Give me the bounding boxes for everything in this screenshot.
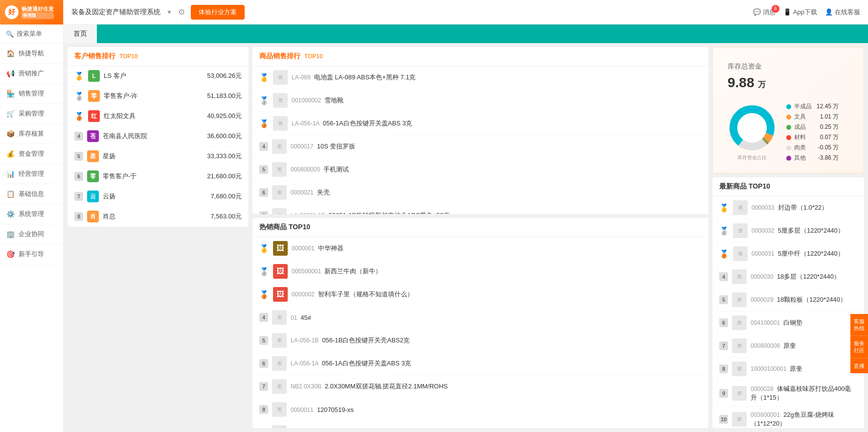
logo-icon: 好	[5, 5, 19, 19]
hot-product-code: NB2.0X30B	[291, 383, 323, 390]
hot-products-list: 🥇 🖼 0000001 中华神器 🥈 🖼 000500001 新西兰牛肉（新牛）…	[252, 237, 708, 428]
sidebar-item-system[interactable]: ⚙️ 系统管理	[0, 204, 63, 224]
rank-number: 6	[259, 359, 268, 368]
customer-avatar: 肖	[87, 211, 99, 222]
legend-left: 成品	[786, 123, 814, 131]
marketing-icon: 📢	[6, 69, 15, 78]
message-badge: 6	[772, 5, 779, 13]
hot-product-info: 0000002 智利车子里（规格不知道填什么）	[292, 290, 702, 299]
rank-number: 5	[719, 295, 728, 304]
mobile-icon: 📱	[783, 8, 791, 16]
legend-dot	[786, 115, 791, 120]
new-product-item: 🥇 图 0000033 封边带（1.0*22）	[712, 196, 864, 219]
tab-home[interactable]: 首页	[64, 24, 97, 43]
new-product-item: 9 图 0000028 体碱嘉枝味苏打饮品400毫升（1*15）	[712, 381, 864, 407]
new-product-code: 0000031	[752, 250, 776, 257]
new-product-info: 0000029 18颗粒板（1220*2440）	[751, 295, 857, 304]
svg-point-5	[737, 113, 767, 143]
new-product-info: 0000028 体碱嘉枝味苏打饮品400毫升（1*15）	[751, 384, 857, 402]
new-products-header: 最新商品 TOP10	[712, 177, 864, 196]
customer-value: 7,563.00元	[210, 212, 242, 221]
rank-number: 7	[719, 341, 728, 350]
product-thumb: 图	[272, 139, 287, 154]
topbar-right: 💬 消息 6 📱 App下载 👤 在线客服	[753, 8, 860, 17]
sidebar-item-basic[interactable]: 📋 基础信息	[0, 184, 63, 204]
search-label: 搜索菜单	[17, 29, 42, 38]
legend-left: 肉类	[786, 144, 814, 152]
online-service-btn[interactable]: 👤 在线客服	[825, 8, 860, 17]
sidebar-item-quick-nav[interactable]: 🏠 快捷导航	[0, 44, 63, 64]
hot-product-item: 🥈 🖼 000500001 新西兰牛肉（新牛）	[252, 260, 708, 283]
customer-value: 33,333.00元	[207, 152, 242, 161]
hot-product-info: 0000001 中华神器	[292, 244, 702, 253]
product-rank-item: 4 图 0000017 10S 变扭罗扳	[252, 135, 708, 158]
product-thumb: 图	[272, 185, 287, 200]
new-product-name: 5厘多层（1220*2440）	[778, 227, 844, 234]
customer-avatar: 星	[87, 150, 99, 162]
legend-value: 0.25 万	[820, 123, 839, 131]
legend-dot	[786, 145, 791, 150]
rank-number: 7	[74, 192, 83, 201]
new-product-code: 0000032	[752, 227, 776, 234]
corp-icon: 🏢	[6, 230, 15, 239]
sidebar-item-marketing[interactable]: 📢 营销推广	[0, 64, 63, 84]
hot-product-code: LA-056-1A	[291, 360, 320, 367]
customer-rank-item: 4 苍 苍南县人民医院 36,600.00元	[68, 126, 249, 146]
sidebar-item-operation[interactable]: 📊 经营管理	[0, 164, 63, 184]
product-info: LA-056-1A 056-1A白色按键开关盖ABS 3克	[292, 119, 702, 128]
customer-rank-item: 8 肖 肖总 7,563.00元	[68, 207, 249, 227]
float-btn-live[interactable]: 直播	[850, 359, 868, 373]
page-tabs: 首页	[64, 24, 868, 43]
hot-product-thumb: 图	[272, 356, 287, 371]
sidebar-item-sales[interactable]: 🏪 销售管理	[0, 84, 63, 104]
rank-number: 7	[259, 382, 268, 391]
sidebar-item-finance[interactable]: 💰 资金管理	[0, 144, 63, 164]
right-column: 库存总资金 9.88 万	[712, 47, 864, 428]
hot-product-name: 智利车子里（规格不知道填什么）	[318, 290, 413, 298]
legend-value: 1.01 万	[820, 113, 839, 121]
legend-left: 材料	[786, 133, 814, 142]
new-product-thumb: 图	[732, 315, 747, 330]
trial-button[interactable]: 体验行业方案	[191, 5, 245, 20]
dropdown-icon[interactable]: ▼	[166, 9, 172, 16]
new-product-info: 0000030 18多层（1220*2440）	[751, 272, 857, 281]
legend-value: -0.05 万	[818, 144, 839, 152]
product-code: 001000002	[292, 97, 322, 104]
product-rank-item: 🥇 图 LA-089 电池盖 LA-089 ABS本色+黑种 7.1克	[252, 66, 708, 89]
new-product-code: 0000029	[751, 296, 775, 303]
new-products-card: 最新商品 TOP10 🥇 图 0000033 封边带（1.0*22） 🥈 图 0…	[712, 177, 864, 428]
new-product-thumb: 图	[733, 223, 748, 238]
float-btn-community[interactable]: 服务社区	[850, 336, 868, 359]
product-thumb: 图	[273, 116, 288, 131]
product-rank-item: 5 图 000800005 手机测试	[252, 158, 708, 181]
search-menu[interactable]: 🔍 搜索菜单	[0, 24, 63, 44]
sidebar-item-purchase[interactable]: 🛒 采购管理	[0, 104, 63, 124]
new-product-name: 白钢垫	[783, 319, 802, 326]
new-product-name: 18多层（1220*2440）	[777, 273, 840, 280]
product-thumb: 图	[273, 93, 288, 108]
float-btn-service[interactable]: 客服热线	[850, 314, 868, 336]
product-name: 电池盖 LA-089 ABS本色+黑种 7.1克	[314, 73, 416, 81]
sidebar-item-corp[interactable]: 🏢 企业协同	[0, 224, 63, 244]
message-btn[interactable]: 💬 消息 6	[753, 8, 776, 17]
hot-product-thumb: 图	[272, 425, 287, 428]
hot-product-name: 056-1A白色按键开关盖ABS 3克	[322, 360, 411, 367]
product-ranking-list: 🥇 图 LA-089 电池盖 LA-089 ABS本色+黑种 7.1克 🥈 图 …	[252, 66, 708, 214]
legend-name: 肉类	[794, 144, 814, 152]
customer-value: 21,680.00元	[207, 172, 242, 181]
product-rank-item: 🥈 图 001000002 雪地靴	[252, 89, 708, 112]
new-product-code: 0000028	[751, 385, 775, 392]
product-rank-item: 7 图 LA-59651-1B 59651-1B旋转投影灯电池盒ABS黑色+58…	[252, 204, 708, 214]
home-icon: 🏠	[6, 49, 15, 58]
new-products-list: 🥇 图 0000033 封边带（1.0*22） 🥈 图 0000032 5厘多层…	[712, 196, 864, 428]
sidebar-item-guide[interactable]: 🎯 新手引导	[0, 244, 63, 264]
settings-icon[interactable]: ⚙	[178, 7, 185, 17]
app-download-btn[interactable]: 📱 App下载	[783, 8, 817, 17]
rank-number: 6	[74, 172, 83, 181]
search-icon: 🔍	[6, 30, 14, 38]
hot-products-header: 热销商品 TOP10	[252, 218, 708, 237]
sidebar-item-inventory[interactable]: 📦 库存核算	[0, 124, 63, 144]
legend-name: 文具	[794, 113, 814, 121]
product-info: 0000021 夹壳	[291, 188, 702, 197]
hot-product-item: 🥉 🖼 0000002 智利车子里（规格不知道填什么）	[252, 283, 708, 306]
